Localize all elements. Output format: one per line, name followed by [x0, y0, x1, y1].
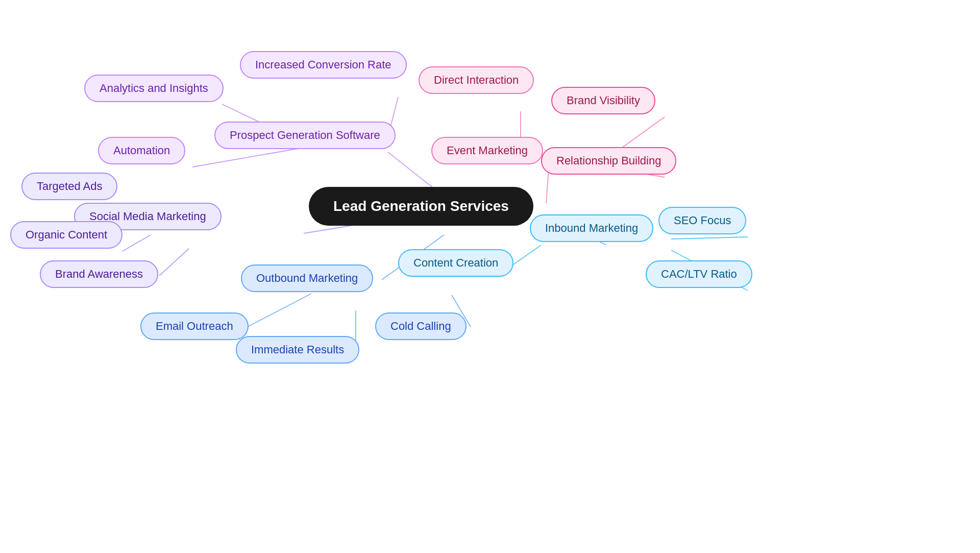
node-automation: Automation	[98, 137, 185, 164]
node-brand-awareness: Brand Awareness	[40, 260, 158, 288]
node-relationship-building: Relationship Building	[541, 147, 676, 175]
svg-line-9	[248, 294, 311, 327]
node-targeted-ads: Targeted Ads	[21, 173, 117, 200]
node-cold-calling: Cold Calling	[375, 312, 467, 340]
node-prospect-gen: Prospect Generation Software	[214, 122, 396, 149]
node-seo-focus: SEO Focus	[658, 207, 746, 234]
node-brand-visibility: Brand Visibility	[551, 87, 655, 114]
node-email-outreach: Email Outreach	[140, 312, 249, 340]
node-cac-ltv: CAC/LTV Ratio	[646, 260, 752, 288]
node-immediate-results: Immediate Results	[236, 336, 359, 364]
svg-line-17	[512, 245, 541, 266]
node-event-marketing: Event Marketing	[431, 137, 543, 164]
node-increased-conv: Increased Conversion Rate	[240, 51, 407, 79]
node-inbound: Inbound Marketing	[530, 214, 653, 242]
node-direct-interaction: Direct Interaction	[419, 66, 534, 94]
node-content-creation: Content Creation	[398, 249, 513, 277]
node-organic-content: Organic Content	[10, 221, 122, 249]
svg-line-3	[192, 148, 301, 167]
node-center: Lead Generation Services	[309, 187, 533, 226]
node-analytics: Analytics and Insights	[84, 75, 224, 102]
svg-line-18	[671, 237, 748, 239]
node-outbound: Outbound Marketing	[241, 265, 373, 292]
svg-line-6	[122, 235, 151, 251]
svg-line-7	[159, 249, 189, 276]
